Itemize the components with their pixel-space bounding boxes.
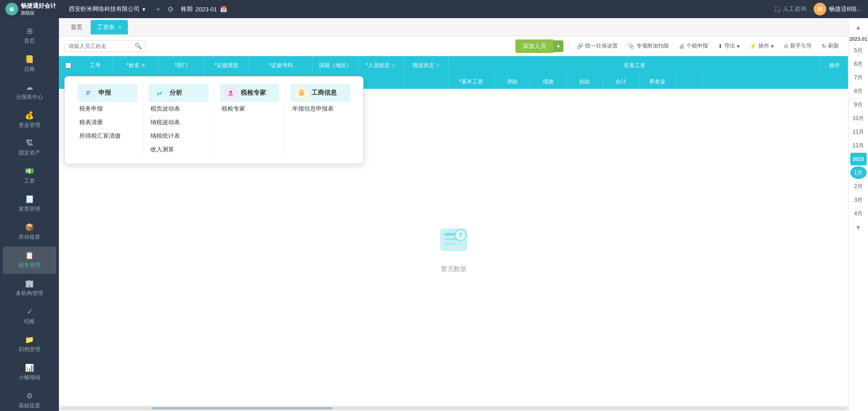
refresh-btn[interactable]: ↻ 刷新 (818, 40, 843, 52)
period-area: 账期 2023-01 📅 (181, 5, 227, 13)
date-month-1[interactable]: 1月 (850, 166, 867, 179)
sidebar-item-basic[interactable]: ⚙ 基础设置 (3, 387, 56, 411)
window-close-btn[interactable]: ✕ (837, 2, 850, 15)
menu-item-tax-burden[interactable]: 税负波动表 (149, 102, 209, 116)
export-label: 导出 (724, 42, 735, 50)
menu-item-tax-wave[interactable]: 纳税波动表 (149, 116, 209, 129)
scrollbar-thumb[interactable] (151, 407, 333, 410)
date-month-2[interactable]: 2月 (850, 180, 867, 193)
dropdown-sections: 申报 税务申报 税表清册 所得税汇算清缴 分析 (72, 84, 356, 156)
sidebar-label-fund: 资金管理 (19, 121, 40, 129)
export-dropdown-icon: ▾ (737, 43, 740, 49)
th-action-label: 操作 (829, 62, 840, 69)
report-icon: 📊 (25, 363, 34, 372)
add-person-btn[interactable]: 添加人员 (515, 39, 553, 53)
personal-tax-btn[interactable]: 🖨 个税申报 (675, 40, 712, 52)
refresh-icon: ↻ (822, 43, 826, 49)
date-month-12[interactable]: 12月 (850, 139, 867, 152)
sidebar-item-multi[interactable]: 🏢 多机构管理 (3, 275, 56, 302)
th-total-label: 合计 (616, 78, 626, 86)
date-month-5[interactable]: 5月 (850, 44, 867, 57)
section-title-bizinfo: 工商信息 (311, 89, 337, 97)
section-header-bizinfo: 工商信息 (291, 84, 350, 102)
th-pension-label: 养老金 (649, 78, 665, 86)
tab-salary-table[interactable]: 工资表 × (91, 20, 128, 34)
service-btn[interactable]: 🎧 人工咨询 (774, 5, 806, 13)
empty-state: ? 暂无数据 (436, 222, 472, 273)
select-all-checkbox[interactable] (65, 63, 71, 68)
sidebar-item-general[interactable]: 📒 总账 (3, 50, 56, 77)
date-prev-year: 2023.01 (849, 34, 868, 44)
add-person-dropdown-btn[interactable]: ▾ (553, 40, 563, 52)
th-dept: *部门 (159, 56, 204, 74)
date-month-7[interactable]: 7月 (850, 71, 867, 84)
tab-close-btn[interactable]: × (118, 24, 121, 30)
special-deduct-btn[interactable]: 📎 专项附加扣除 (624, 40, 673, 52)
fenxi-icon (152, 86, 167, 100)
sidebar-item-inventory[interactable]: 📦 库存核算 (3, 218, 56, 246)
sidebar-item-fund[interactable]: 💰 资金管理 (3, 106, 56, 134)
taxexpert-icon (223, 86, 238, 100)
th-send-status: 报送状态 ▽ (403, 56, 449, 74)
social-security-btn[interactable]: 🔗 统一社保设置 (573, 40, 621, 52)
sidebar-item-salary[interactable]: 💵 工资 (3, 162, 56, 189)
add-person-label: 添加人员 (523, 42, 546, 50)
date-month-3[interactable]: 3月 (850, 193, 867, 206)
sidebar-item-invoice[interactable]: 🧾 发票管理 (3, 190, 56, 218)
export-btn[interactable]: ⬇ 导出 ▾ (714, 40, 743, 52)
menu-item-income-calc[interactable]: 收入测算 (149, 143, 209, 156)
date-nav-up[interactable]: ▲ (852, 21, 865, 34)
menu-item-tax-report[interactable]: 税务申报 (78, 102, 137, 116)
dropdown-menu[interactable]: 申报 税务申报 税表清册 所得税汇算清缴 分析 (64, 76, 364, 164)
sidebar-label-tax: 税务管理 (19, 261, 40, 269)
sidebar-item-home[interactable]: ⊞ 首页 (3, 22, 56, 49)
menu-item-tax-table[interactable]: 税表清册 (78, 116, 137, 129)
guide-btn[interactable]: ⊙ 新手引导 (780, 40, 815, 52)
logo-icon: 畅 (5, 3, 18, 15)
menu-item-tax-stat[interactable]: 纳税统计表 (149, 129, 209, 143)
status-filter-icon[interactable]: ▽ (392, 63, 395, 68)
date-nav-down[interactable]: ▼ (852, 221, 865, 234)
sidebar-item-settle[interactable]: ✓ 结账 (3, 303, 56, 330)
menu-item-income-settle[interactable]: 所得税汇算清缴 (78, 129, 137, 143)
multi-icon: 🏢 (25, 279, 34, 288)
menu-item-taxexpert[interactable]: 税检专家 (220, 102, 280, 116)
date-month-10[interactable]: 10月 (850, 112, 867, 125)
th-base-salary: *基本工资 (449, 74, 494, 89)
search-box[interactable]: 🔍 (64, 40, 146, 52)
tax-icon: 📋 (25, 251, 34, 260)
window-expand-btn[interactable]: ⤢ (852, 2, 864, 15)
date-month-9[interactable]: 9月 (850, 98, 867, 111)
th-salary-label: 应发工资 (624, 62, 645, 69)
name-sort-icon[interactable]: ⇅ (141, 63, 145, 68)
th-id-label: 工号 (90, 62, 101, 69)
add-company-btn[interactable]: ＋ (155, 5, 162, 14)
calendar-icon[interactable]: 📅 (220, 6, 227, 13)
sidebar-item-report[interactable]: 📊 小畅报销 (3, 359, 56, 386)
top-header: 畅 畅捷通好会计 旗舰版 西安虾米网络科技有限公司 ▾ ＋ ⚙ 账期 2023-… (0, 0, 868, 18)
tab-salary-label: 工资表 (97, 23, 115, 31)
sidebar-item-cloud[interactable]: ☁ 云报表中心 (3, 78, 56, 106)
sidebar-item-asset[interactable]: 🏗 固定资产 (3, 135, 56, 161)
sidebar-item-tax[interactable]: 📋 税务管理 (3, 247, 56, 274)
settings-btn[interactable]: ⚙ (167, 5, 174, 14)
th-cert-type-label: *证据类型 (214, 62, 238, 69)
th-allowance: 津贴 (494, 74, 530, 89)
th-checkbox[interactable] (59, 63, 77, 68)
special-deduct-icon: 📎 (628, 43, 635, 49)
user-avatar: 畅 (814, 3, 826, 15)
company-selector[interactable]: 西安虾米网络科技有限公司 ▾ (69, 5, 145, 13)
date-month-4[interactable]: 4月 (850, 207, 867, 220)
date-month-8[interactable]: 8月 (850, 85, 867, 97)
search-input[interactable] (68, 43, 132, 49)
tab-home[interactable]: 首页 (64, 20, 89, 34)
th-status: *人员状态 ▽ (358, 56, 403, 74)
operation-btn[interactable]: ⚡ 操作 ▾ (746, 40, 777, 52)
horizontal-scrollbar[interactable] (59, 406, 848, 411)
send-filter-icon[interactable]: ▽ (436, 63, 440, 68)
date-month-6[interactable]: 6月 (850, 58, 867, 70)
app-title: 畅捷通好会计 (21, 2, 56, 10)
sidebar-item-archive[interactable]: 📁 归档管理 (3, 331, 56, 358)
menu-item-annual-report[interactable]: 年报信息申报表 (291, 102, 350, 116)
date-month-11[interactable]: 11月 (850, 126, 867, 138)
